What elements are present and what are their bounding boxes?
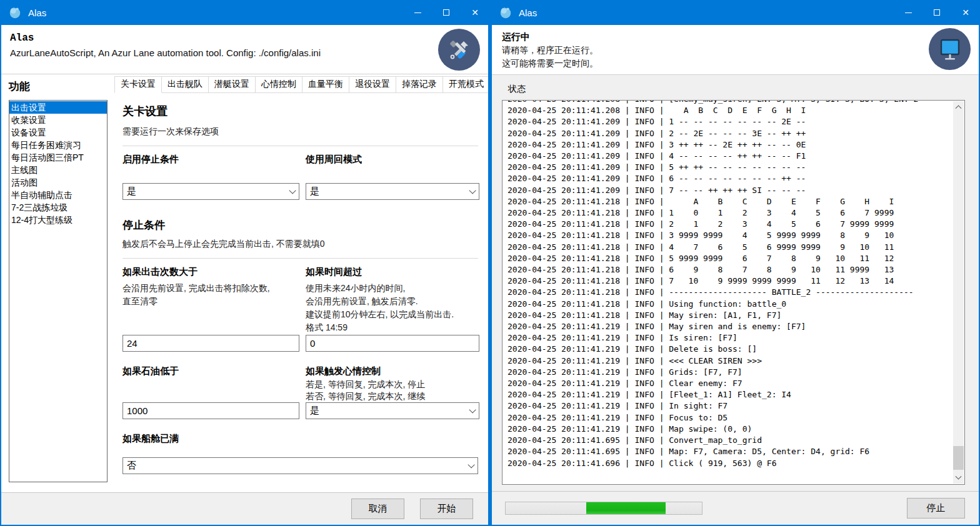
status-label: 状态 [508,84,965,95]
run-header: 运行中 请稍等，程序正在运行。 这可能将需要一定时间。 [492,25,979,75]
sortie-count-input[interactable] [122,335,299,352]
sidebar-heading: 功能 [9,79,114,94]
log-scrollbar[interactable] [953,101,964,484]
divider [122,146,478,146]
sidebar-item-daily-hard-exercise[interactable]: 每日任务困难演习 [9,139,107,151]
emotion-label: 如果触发心情控制 [306,365,479,377]
minimize-icon [905,12,912,13]
runner-window: Alas ✕ 运行中 请稍等，程序正在运行。 这可能将需要一定时间。 状态 20… [491,0,980,526]
log-line: 2020-04-25 20:11:41.218 | INFO | A B C D… [508,196,953,207]
sortie-count-desc-line: 直至清零 [122,295,299,308]
log-line: 2020-04-25 20:11:41.209 | INFO | 6 -- --… [508,173,953,184]
progress-fill [586,502,666,514]
sidebar-item-12-4-leveling[interactable]: 12-4打大型练级 [9,214,107,226]
sidebar-item-sortie-settings[interactable]: 出击设置 [9,101,107,114]
function-list: 出击设置 收菜设置 设备设置 每日任务困难演习 每日活动图三倍PT 主线图 活动… [9,100,108,482]
tab-hp-balance[interactable]: 血量平衡 [302,76,349,92]
chevron-down-icon [469,406,476,413]
log-text: 2020-04-25 20:11:41.208 | INFO | [enemy_… [508,100,953,484]
sidebar-item-event-map[interactable]: 活动图 [9,176,107,189]
maximize-button[interactable] [432,0,461,25]
log-line: 2020-04-25 20:11:41.695 | INFO | Map: F7… [508,446,953,457]
app-subtitle: AzurLaneAutoScript, An Azur Lane automat… [10,47,479,58]
app-title: Alas [10,32,479,44]
scroll-up-button[interactable] [953,101,964,112]
titlebar[interactable]: Alas ✕ [491,0,980,25]
window-title: Alas [519,7,537,18]
tab-emotion-control[interactable]: 心情控制 [255,76,302,92]
close-icon: ✕ [962,8,969,17]
run-status-line: 这可能将需要一定时间。 [502,58,970,69]
tab-submarine-settings[interactable]: 潜艇设置 [208,76,256,92]
run-status-title: 运行中 [502,31,970,43]
settings-tabbar: 关卡设置 出击舰队 潜艇设置 心情控制 血量平衡 退役设置 掉落记录 开荒模式 [114,76,488,93]
running-badge [929,28,971,70]
log-line: 2020-04-25 20:11:41.218 | INFO | May sir… [508,310,953,321]
sidebar-item-device-settings[interactable]: 设备设置 [9,126,107,139]
cancel-button[interactable]: 取消 [351,499,404,519]
sidebar-item-daily-event-3x-pt[interactable]: 每日活动图三倍PT [9,151,107,164]
stop-button[interactable]: 停止 [907,498,965,519]
tab-retirement-settings[interactable]: 退役设置 [349,76,396,92]
maximize-icon [443,9,449,16]
log-line: 2020-04-25 20:11:41.218 | INFO | 1 0 1 2… [508,207,953,219]
dock-full-value: 否 [127,460,136,472]
log-line: 2020-04-25 20:11:41.218 | INFO | -------… [508,287,953,298]
time-over-label: 如果时间超过 [306,266,479,278]
alas-logo-icon [499,6,512,19]
close-button[interactable]: ✕ [951,0,980,25]
time-over-desc-line: 建议提前10分钟左右, 以完成当前出击. [306,308,479,321]
chevron-down-icon [468,461,474,468]
log-line: 2020-04-25 20:11:41.209 | INFO | 4 -- --… [508,151,953,162]
close-icon: ✕ [471,8,479,17]
log-line: 2020-04-25 20:11:41.209 | INFO | 2 -- 2E… [508,128,953,139]
window-title: Alas [28,7,46,18]
scroll-down-button[interactable] [953,473,964,484]
start-button[interactable]: 开始 [420,499,473,519]
log-line: 2020-04-25 20:11:41.218 | INFO | 3 9999 … [508,230,953,241]
sidebar-item-7-2-trash[interactable]: 7-2三战拣垃圾 [9,201,107,214]
log-line: 2020-04-25 20:11:41.208 | INFO | A B C D… [508,105,953,116]
divider [122,258,478,259]
loop-mode-select[interactable]: 是 [306,183,479,200]
chevron-down-icon [469,187,476,194]
enable-stop-value: 是 [127,186,136,197]
log-line: 2020-04-25 20:11:41.219 | INFO | Focus t… [508,412,953,424]
function-sidebar: 功能 出击设置 收菜设置 设备设置 每日任务困难演习 每日活动图三倍PT 主线图… [1,74,114,492]
log-line: 2020-04-25 20:11:41.209 | INFO | 3 ++ ++… [508,139,953,151]
sortie-count-desc-line: 会沿用先前设置, 完成出击将扣除次数, [122,282,299,295]
sidebar-item-harvest-settings[interactable]: 收菜设置 [9,114,107,126]
tab-sortie-fleet[interactable]: 出击舰队 [161,76,209,92]
log-line: 2020-04-25 20:11:41.696 | INFO | Click (… [508,458,953,469]
section-subtitle: 需要运行一次来保存选项 [122,126,478,137]
sidebar-item-semi-auto-assist[interactable]: 半自动辅助点击 [9,189,107,201]
minimize-button[interactable] [403,0,432,25]
log-line: 2020-04-25 20:11:41.218 | INFO | 7 10 9 … [508,275,953,287]
emotion-select[interactable]: 是 [306,402,479,419]
stop-condition-heading: 停止条件 [122,218,478,232]
stage-settings-panel: 关卡设置 需要运行一次来保存选项 启用停止条件 是 使用周回模式 [114,93,488,492]
tab-stage-settings[interactable]: 关卡设置 [114,76,162,93]
close-button[interactable]: ✕ [461,0,489,25]
scrollbar-thumb[interactable] [953,446,964,470]
tab-drop-record[interactable]: 掉落记录 [396,76,443,92]
monitor-icon [937,37,963,62]
log-line: 2020-04-25 20:11:41.218 | INFO | 2 1 2 3… [508,219,953,230]
oil-below-input[interactable] [122,402,299,419]
minimize-button[interactable] [894,0,922,25]
tab-pioneer-mode[interactable]: 开荒模式 [442,76,488,92]
time-over-desc-line: 格式 14:59 [306,321,479,334]
titlebar[interactable]: Alas ✕ [0,0,489,25]
enable-stop-select[interactable]: 是 [122,183,299,200]
time-over-input[interactable] [306,335,479,352]
log-line: 2020-04-25 20:11:41.218 | INFO | 4 7 6 5… [508,242,953,253]
sidebar-item-main-map[interactable]: 主线图 [9,164,107,176]
dock-full-select[interactable]: 否 [122,457,478,474]
time-over-desc-line: 使用未来24小时内的时间, [306,282,479,295]
log-output[interactable]: 2020-04-25 20:11:41.208 | INFO | [enemy_… [502,100,965,485]
maximize-button[interactable] [922,0,951,25]
run-footer: 停止 [492,491,979,525]
sortie-count-label: 如果出击次数大于 [122,266,299,278]
log-line: 2020-04-25 20:11:41.209 | INFO | 5 ++ ++… [508,162,953,173]
log-line: 2020-04-25 20:11:41.208 | INFO | [enemy_… [508,100,953,105]
